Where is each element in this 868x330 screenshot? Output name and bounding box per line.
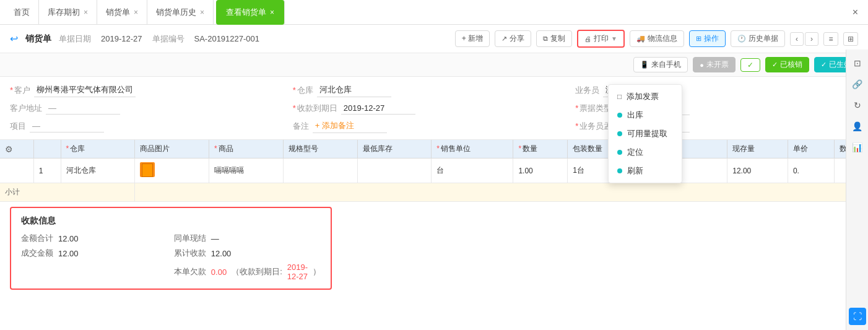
amount-value: 12.00 <box>58 234 79 243</box>
payment-date-value[interactable]: 2019-12-27 <box>341 102 415 115</box>
amount-label: 金额合计 <box>21 233 53 244</box>
logistics-button[interactable]: 🚚 物流信息 <box>630 30 684 47</box>
print-highlight-box: 🖨 打印 ▼ <box>577 30 625 48</box>
confirm-button[interactable]: ✓ <box>740 58 760 72</box>
tab-inventory[interactable]: 库存期初 × <box>39 0 97 25</box>
dropdown-locate[interactable]: 定位 <box>609 143 682 162</box>
doc-icon: ↩ <box>10 33 18 45</box>
remark-add-btn[interactable]: + 添加备注 <box>313 119 387 133</box>
not-open-button[interactable]: ● 未开票 <box>693 57 736 72</box>
due-date: 2019-12-27 <box>287 263 308 281</box>
tab-sales[interactable]: 销货单 × <box>97 0 147 25</box>
sale-closed-button[interactable]: ✓ 已核销 <box>765 57 809 72</box>
tab-inventory-close[interactable]: × <box>84 8 88 17</box>
table-row: 1 河北仓库 嗝嗝嗝嗝 台 1.00 1台 12.00 0. <box>0 158 868 183</box>
tab-sales-history[interactable]: 销货单历史 × <box>147 0 214 25</box>
balance-item: 本单欠款 0.00 （收款到期日: 2019-12-27 ） <box>174 263 321 281</box>
date-label: 单据日期 <box>59 33 91 45</box>
operation-button[interactable]: ⊞ 操作 <box>689 30 726 47</box>
share-button[interactable]: ↗ 分享 <box>495 30 531 47</box>
print-button[interactable]: 🖨 打印 ▼ <box>578 31 623 46</box>
remark-label: 备注 <box>293 121 309 132</box>
col-product: 商品 <box>209 140 284 158</box>
row-spec <box>283 158 357 183</box>
number-value: SA-20191227-001 <box>194 34 260 43</box>
row-warehouse: 河北仓库 <box>61 158 135 183</box>
next-arrow[interactable]: › <box>805 32 818 46</box>
subtotal-row: 小计 <box>0 183 868 202</box>
row-stock: 12.00 <box>727 158 788 183</box>
warehouse-value[interactable]: 河北仓库 <box>317 83 391 97</box>
col-settings[interactable]: ⚙ <box>0 140 33 158</box>
tab-view-sales[interactable]: 查看销货单 × <box>216 0 285 25</box>
col-seq <box>33 140 61 158</box>
project-value[interactable]: — <box>30 120 104 132</box>
row-unit: 台 <box>432 158 513 183</box>
sidebar-icon-4[interactable]: 👤 <box>849 118 866 135</box>
tab-view-sales-close[interactable]: × <box>270 8 274 17</box>
staff-label: 业务员 <box>575 85 599 96</box>
customer-value[interactable]: 柳州粤港平安气体有限公司 <box>34 83 136 97</box>
address-value[interactable]: — <box>46 102 120 115</box>
transaction-item: 成交金额 12.00 <box>21 248 162 259</box>
sidebar-icon-1[interactable]: ⊡ <box>849 54 866 72</box>
copy-button[interactable]: ⧉ 复制 <box>536 30 572 47</box>
balance-suffix: （收款到期日: <box>232 266 282 277</box>
list-view-btn[interactable]: ≡ <box>823 32 838 46</box>
tab-home[interactable]: 首页 <box>5 0 39 25</box>
sidebar-icon-expand[interactable]: ⛶ <box>849 308 866 325</box>
sidebar-icon-2[interactable]: 🔗 <box>849 76 866 93</box>
transaction-label: 成交金额 <box>21 248 53 259</box>
same-order-label: 同单现结 <box>174 233 206 244</box>
secondary-toolbar: 📱 来自手机 ● 未开票 ✓ ✓ 已核销 ✓ 已生效 <box>0 53 868 77</box>
sidebar-icon-5[interactable]: 📊 <box>849 139 866 156</box>
col-product-image: 商品图片 <box>135 140 209 158</box>
form-row-3: 项目 — 备注 + 添加备注 业务员孟 — <box>10 119 858 133</box>
dropdown-add-invoice[interactable]: □ 添加发票 <box>609 87 682 106</box>
warehouse-label: 仓库 <box>293 85 313 96</box>
same-order-item: 同单现结 — <box>174 233 321 244</box>
balance-value: 0.00 <box>211 267 227 277</box>
payment-date-label: 收款到期日 <box>293 103 337 114</box>
dot-refresh <box>617 168 622 173</box>
project-label: 项目 <box>10 121 26 132</box>
history-button[interactable]: 🕐 历史单据 <box>731 30 785 47</box>
new-button[interactable]: + 新增 <box>455 30 490 47</box>
customer-field: 客户 柳州粤港平安气体有限公司 <box>10 83 293 97</box>
col-stock: 现存量 <box>727 140 788 158</box>
payment-title: 收款信息 <box>21 215 321 227</box>
toolbar: + 新增 ↗ 分享 ⧉ 复制 🖨 打印 ▼ <box>455 30 858 48</box>
customer-label: 客户 <box>10 85 30 96</box>
col-quantity: 数量 <box>513 140 568 158</box>
dropdown-outbound[interactable]: 出库 <box>609 106 682 124</box>
grid-view-btn[interactable]: ⊞ <box>843 32 858 46</box>
date-value: 2019-12-27 <box>101 34 142 43</box>
sales-staff-label: 业务员孟 <box>575 121 612 132</box>
from-phone-button[interactable]: 📱 来自手机 <box>633 57 688 72</box>
remark-field: 备注 + 添加备注 <box>293 119 576 133</box>
warehouse-field: 仓库 河北仓库 <box>293 83 576 97</box>
main-content: ↩ 销货单 单据日期 2019-12-27 单据编号 SA-20191227-0… <box>0 25 868 330</box>
payment-grid: 金额合计 12.00 同单现结 — 成交金额 12.00 累计收款 12.00 … <box>21 233 321 281</box>
address-label: 客户地址 <box>10 103 42 114</box>
operation-dropdown: □ 添加发票 出库 可用量提取 定位 刷新 <box>608 84 682 183</box>
project-field: 项目 — <box>10 120 293 132</box>
tab-history-close[interactable]: × <box>200 8 204 17</box>
doc-header: ↩ 销货单 单据日期 2019-12-27 单据编号 SA-20191227-0… <box>0 25 868 53</box>
col-spec: 规格型号 <box>283 140 357 158</box>
prev-arrow[interactable]: ‹ <box>790 32 804 46</box>
col-unit: 销售单位 <box>432 140 513 158</box>
tab-sales-close[interactable]: × <box>134 8 138 17</box>
tab-bar: 首页 库存期初 × 销货单 × 销货单历史 × 查看销货单 × × <box>0 0 868 25</box>
row-seq: 1 <box>33 158 61 183</box>
subtotal-label: 小计 <box>0 183 135 202</box>
doc-meta: 单据日期 2019-12-27 单据编号 SA-20191227-001 <box>59 33 259 45</box>
same-order-value: — <box>211 234 219 243</box>
window-close-button[interactable]: × <box>848 7 863 18</box>
dropdown-refresh[interactable]: 刷新 <box>609 162 682 180</box>
payment-amount-item: 金额合计 12.00 <box>21 233 162 244</box>
dropdown-available-extract[interactable]: 可用量提取 <box>609 124 682 143</box>
row-product: 嗝嗝嗝嗝 <box>209 158 284 183</box>
sidebar-icon-3[interactable]: ↻ <box>849 97 866 114</box>
dot-available <box>617 131 622 136</box>
